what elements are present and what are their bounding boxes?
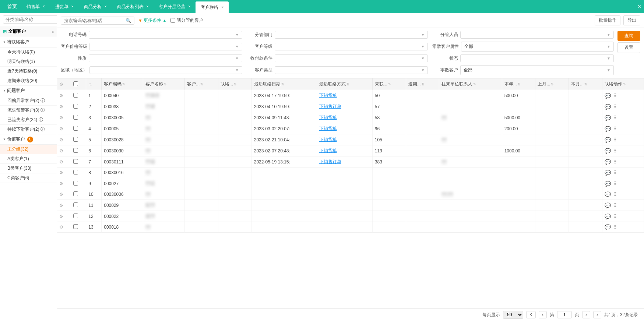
customer-name[interactable]: ***请	[143, 101, 185, 112]
more-action-icon[interactable]: ⠿	[613, 115, 617, 121]
row-gear-icon[interactable]: ⚙	[59, 203, 63, 208]
nav-item-customer-tier[interactable]: 客户分层经营 ×	[154, 0, 196, 13]
row-gear-icon[interactable]: ⚙	[59, 126, 63, 131]
last-contact-method[interactable]	[317, 211, 372, 222]
customer-name[interactable]: ***	[143, 145, 185, 156]
filter-field-[interactable]: ▼	[460, 31, 614, 39]
th-gear[interactable]: ⚙	[57, 78, 71, 90]
contact-action-icon[interactable]: 💬	[605, 159, 611, 165]
customer-name[interactable]: ***亲仟	[143, 90, 185, 101]
sidebar-item-repurchase-abnormal[interactable]: 回购异常客户(2) ⓘ	[0, 96, 57, 106]
customer-search-input[interactable]	[64, 18, 124, 23]
more-action-icon[interactable]: ⠿	[613, 191, 617, 197]
nav-item-goods-analysis-list[interactable]: 商品分析列表 ×	[112, 0, 154, 13]
prev-page-btn[interactable]: ‹	[539, 311, 547, 318]
contact-action-icon[interactable]: 💬	[605, 137, 611, 143]
row-checkbox[interactable]	[73, 93, 78, 98]
my-customers-filter[interactable]: 我分管的客户	[170, 17, 203, 24]
row-gear-icon[interactable]: ⚙	[59, 115, 63, 120]
more-action-icon[interactable]: ⠿	[613, 159, 617, 165]
select-all-checkbox[interactable]	[73, 81, 78, 86]
more-action-icon[interactable]: ⠿	[613, 148, 617, 154]
row-gear-icon[interactable]: ⚙	[59, 137, 63, 142]
row-gear-icon[interactable]: ⚙	[59, 181, 63, 186]
nav-item-sales[interactable]: 销售单 ×	[21, 0, 50, 13]
contact-action-icon[interactable]: 💬	[605, 170, 611, 176]
filter-field-[interactable]: ▼	[275, 43, 428, 50]
filter-field-[interactable]: 全部▼	[460, 65, 614, 75]
contact-method-link[interactable]: 下销货单	[319, 93, 337, 98]
batch-ops-button[interactable]: 批量操作	[595, 15, 620, 25]
last-contact-method[interactable]	[317, 222, 372, 233]
row-gear-icon[interactable]: ⚙	[59, 214, 63, 219]
contact-action-icon[interactable]: 💬	[605, 191, 611, 197]
contact-action-icon[interactable]: 💬	[605, 202, 611, 208]
filter-field-[interactable]: ▼	[460, 54, 614, 62]
close-all-button[interactable]: ×	[638, 3, 641, 10]
last-page-btn[interactable]: ›	[593, 311, 601, 318]
contact-method-link[interactable]: 下销货单	[319, 137, 337, 142]
last-contact-method[interactable]: 下销货单	[317, 134, 372, 145]
export-button[interactable]: 导出	[623, 15, 640, 25]
more-action-icon[interactable]: ⠿	[613, 170, 617, 176]
contact-action-icon[interactable]: 💬	[605, 224, 611, 230]
sidebar-section-label-problem[interactable]: ▼ 问题客户	[0, 86, 57, 96]
sidebar-section-label-value[interactable]: ▼ 价值客户 ↻	[0, 134, 57, 145]
row-checkbox[interactable]	[73, 170, 78, 174]
contact-action-icon[interactable]: 💬	[605, 181, 611, 187]
filter-field-[interactable]: ▼	[89, 43, 242, 50]
customer-search-icon[interactable]: 🔍	[126, 18, 131, 23]
nav-close-customer-contact[interactable]: ×	[221, 1, 224, 13]
last-contact-method[interactable]: 下销货单	[317, 123, 372, 134]
row-gear-icon[interactable]: ⚙	[59, 225, 63, 230]
th-checkbox[interactable]	[71, 78, 86, 90]
next-page-btn[interactable]: ›	[582, 311, 590, 318]
more-action-icon[interactable]: ⠿	[613, 104, 617, 110]
sidebar-item-declining[interactable]: 持续下滑客户(2) ⓘ	[0, 125, 57, 134]
sidebar-item-churned[interactable]: 已流失客户(24) ⓘ	[0, 115, 57, 125]
page-input[interactable]	[557, 311, 572, 318]
row-checkbox[interactable]	[73, 148, 78, 153]
more-action-icon[interactable]: ⠿	[613, 93, 617, 99]
contact-method-link[interactable]: 下销货单	[319, 126, 337, 131]
contact-action-icon[interactable]: 💬	[605, 214, 611, 219]
nav-item-goods-analysis[interactable]: 商品分析 ×	[79, 0, 112, 13]
my-customers-checkbox[interactable]	[170, 18, 175, 23]
reset-button[interactable]: 设置	[617, 42, 640, 53]
nav-close-goods-analysis[interactable]: ×	[105, 0, 107, 13]
nav-close-sales[interactable]: ×	[43, 0, 45, 13]
sidebar-item-ungrouped[interactable]: 未分组(32)	[0, 145, 57, 154]
contact-action-icon[interactable]: 💬	[605, 115, 611, 121]
sidebar-item-group-b[interactable]: B类客户(33)	[0, 164, 57, 173]
row-checkbox[interactable]	[73, 181, 78, 186]
contact-action-icon[interactable]: 💬	[605, 93, 611, 99]
customer-name[interactable]: ***远	[143, 156, 185, 167]
gear-icon[interactable]: ⚙	[59, 82, 63, 87]
nav-close-goods-analysis-list[interactable]: ×	[147, 0, 149, 13]
contact-method-link[interactable]: 下销售订单	[319, 104, 341, 109]
contact-action-icon[interactable]: 💬	[605, 126, 611, 132]
contact-method-link[interactable]: 下销售订单	[319, 159, 341, 164]
customer-name[interactable]: ***	[143, 134, 185, 145]
first-page-btn[interactable]: K	[526, 311, 536, 318]
row-gear-icon[interactable]: ⚙	[59, 93, 63, 98]
sidebar-collapse-btn[interactable]: «	[52, 29, 54, 34]
page-size-select[interactable]: 50 100	[503, 311, 523, 319]
last-contact-method[interactable]	[317, 167, 372, 178]
customer-name[interactable]: ***	[143, 222, 185, 233]
sidebar-item-overdue-pending[interactable]: 逾期未联络(30)	[0, 76, 57, 86]
category-search-input[interactable]	[3, 15, 57, 24]
sidebar-section-label-pending[interactable]: ▼ 待联络客户	[0, 37, 57, 47]
customer-name[interactable]: ***	[143, 189, 185, 200]
filter-field-[interactable]: ▼	[275, 54, 428, 62]
row-gear-icon[interactable]: ⚙	[59, 104, 63, 109]
customer-name[interactable]: 淡***	[143, 211, 185, 222]
row-gear-icon[interactable]: ⚙	[59, 159, 63, 165]
last-contact-method[interactable]: 下销货单	[317, 90, 372, 101]
customer-name[interactable]: ***公	[143, 178, 185, 189]
filter-field-[interactable]: ▼	[89, 31, 242, 39]
sidebar-item-today-pending[interactable]: 今天待联络(0)	[0, 47, 57, 57]
more-action-icon[interactable]: ⠿	[613, 137, 617, 143]
refresh-badge[interactable]: ↻	[27, 137, 33, 142]
row-gear-icon[interactable]: ⚙	[59, 170, 63, 175]
